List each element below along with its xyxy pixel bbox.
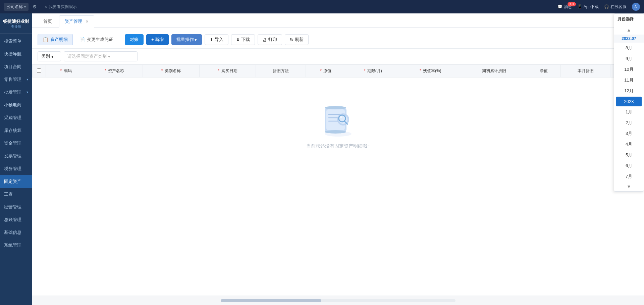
month-list: 2022.07 8月 9月 10月 11月 12月 2023 1月 2月 3月 … bbox=[614, 35, 644, 182]
notification-badge: 99+ bbox=[568, 2, 576, 6]
tab-bar: 首页 资产管理 ✕ bbox=[32, 13, 644, 28]
year-2023-badge[interactable]: 2023 bbox=[616, 97, 642, 106]
header-right: 💬 消息 99+ 📱 App下载 🎧 在线客服 Ai bbox=[557, 3, 640, 11]
download-button[interactable]: ⬇ 下载 bbox=[231, 34, 255, 45]
refresh-button[interactable]: ↻ 刷新 bbox=[285, 34, 309, 45]
print-label: 打印 bbox=[268, 37, 277, 43]
month-item-7[interactable]: 7月 bbox=[614, 171, 644, 182]
th-name: * 资产名称 bbox=[86, 65, 143, 78]
required-star: * bbox=[161, 68, 163, 73]
sidebar-item-general-ledger[interactable]: 总账管理 bbox=[0, 213, 32, 226]
tab-close-icon[interactable]: ✕ bbox=[86, 19, 89, 23]
company-selector[interactable]: 公司名称 ▾ bbox=[4, 3, 29, 11]
company-name: 公司名称 bbox=[7, 4, 23, 10]
empty-state: 当前您还没有固定资产明细哦~ bbox=[33, 78, 644, 169]
sidebar-item-basics[interactable]: 基础信息 bbox=[0, 226, 32, 239]
add-label: + 新增 bbox=[151, 37, 164, 43]
brand-title: 畅捷通好业财 bbox=[3, 19, 30, 24]
avatar[interactable]: Ai bbox=[632, 3, 640, 11]
sub-tab-change-voucher[interactable]: 📄 变更生成凭证 bbox=[74, 34, 118, 45]
month-picker-header: 月份选择 bbox=[614, 14, 644, 25]
sidebar-item-ecommerce[interactable]: 小畅电商 bbox=[0, 99, 32, 111]
sidebar-item-search[interactable]: 搜索菜单 bbox=[0, 35, 32, 48]
sidebar-item-system[interactable]: 系统管理 bbox=[0, 239, 32, 252]
change-voucher-icon: 📄 bbox=[79, 37, 85, 42]
sidebar-item-project[interactable]: 项目合同 bbox=[0, 60, 32, 73]
sidebar-item-management[interactable]: 经营管理 bbox=[0, 201, 32, 213]
app-download-label: App下载 bbox=[584, 4, 599, 10]
month-picker-panel[interactable]: 月份选择 ▲ 2022.07 8月 9月 10月 11月 12月 2023 1月… bbox=[614, 13, 644, 192]
chevron-right-icon: ▾ bbox=[26, 78, 28, 81]
month-picker-arrows: ▲ bbox=[614, 25, 644, 35]
month-picker-down-arrows: ▼ bbox=[614, 182, 644, 191]
add-button[interactable]: + 新增 bbox=[146, 34, 169, 45]
month-item-4[interactable]: 4月 bbox=[614, 139, 644, 150]
sub-tab-asset-detail[interactable]: 📋 资产明细 bbox=[38, 34, 73, 45]
select-all-checkbox[interactable] bbox=[37, 68, 41, 73]
sidebar-item-purchase[interactable]: 采购管理 bbox=[0, 111, 32, 124]
category-value-filter[interactable]: 请选择固定资产类别 ▾ bbox=[64, 51, 138, 61]
month-picker-down-arrow[interactable]: ▼ bbox=[624, 183, 634, 190]
month-picker-title: 月份选择 bbox=[618, 16, 634, 22]
month-item-12[interactable]: 12月 bbox=[614, 86, 644, 96]
sidebar-retail-label: 零售管理 bbox=[4, 77, 21, 83]
notification-button[interactable]: 💬 消息 99+ bbox=[557, 4, 572, 10]
empty-illustration bbox=[318, 98, 358, 138]
th-depreciation-method: 折旧方法 bbox=[256, 65, 306, 78]
sidebar-item-quicknav[interactable]: 快捷导航 bbox=[0, 48, 32, 60]
sidebar-item-fixed-assets[interactable]: 固定资产 bbox=[0, 175, 32, 188]
sidebar-tax-label: 税务管理 bbox=[4, 166, 21, 172]
sidebar-basics-label: 基础信息 bbox=[4, 230, 21, 236]
svg-point-11 bbox=[325, 106, 346, 109]
month-item-6[interactable]: 6月 bbox=[614, 160, 644, 171]
month-item-5[interactable]: 5月 bbox=[614, 150, 644, 160]
th-net-value: 净值 bbox=[527, 65, 561, 78]
import-button[interactable]: ⬆ 导入 bbox=[205, 34, 228, 45]
horizontal-scrollbar[interactable] bbox=[221, 299, 455, 302]
sidebar-fixed-assets-label: 固定资产 bbox=[4, 179, 21, 185]
th-original-value-label: 原值 bbox=[323, 68, 331, 73]
th-purchase-date: * 购买日期 bbox=[199, 65, 256, 78]
demo-link[interactable]: ○ 我要看实例演示 bbox=[45, 4, 77, 10]
tab-asset-management[interactable]: 资产管理 ✕ bbox=[59, 15, 94, 28]
th-period: * 期限(月) bbox=[346, 65, 400, 78]
sidebar-item-wholesale[interactable]: 批发管理 ▾ bbox=[0, 86, 32, 99]
settings-icon[interactable]: ⚙ bbox=[33, 4, 37, 9]
batch-button[interactable]: 批量操作 ▾ bbox=[171, 34, 202, 45]
sidebar-item-tax[interactable]: 税务管理 bbox=[0, 162, 32, 175]
sidebar-item-finance[interactable]: 资金管理 bbox=[0, 137, 32, 150]
refresh-icon: ↻ bbox=[290, 37, 293, 42]
month-item-1[interactable]: 1月 bbox=[614, 107, 644, 117]
month-item-2[interactable]: 2月 bbox=[614, 117, 644, 128]
month-item-11[interactable]: 11月 bbox=[614, 75, 644, 86]
month-item-10[interactable]: 10月 bbox=[614, 64, 644, 75]
reconcile-button[interactable]: 对账 bbox=[125, 34, 144, 45]
th-category-label: 类别名称 bbox=[165, 68, 181, 73]
month-item-3[interactable]: 3月 bbox=[614, 128, 644, 139]
sidebar-project-label: 项目合同 bbox=[4, 64, 21, 70]
online-support-button[interactable]: 🎧 在线客服 bbox=[604, 4, 627, 10]
sidebar-finance-label: 资金管理 bbox=[4, 140, 21, 146]
th-depreciation-method-label: 折旧方法 bbox=[273, 68, 289, 73]
filter-row: 类别 ▾ 请选择固定资产类别 ▾ bbox=[32, 49, 644, 64]
reconcile-label: 对账 bbox=[130, 37, 139, 43]
th-monthly-dep: 本月折旧 bbox=[560, 65, 610, 78]
sidebar: 畅捷通好业财 专业版 搜索菜单 快捷导航 项目合同 零售管理 ▾ 批发管理 ▾ … bbox=[0, 13, 32, 305]
month-item-8[interactable]: 8月 bbox=[614, 43, 644, 53]
filter-arrow-icon: ▾ bbox=[51, 54, 54, 59]
month-item-9[interactable]: 9月 bbox=[614, 53, 644, 64]
category-filter[interactable]: 类别 ▾ bbox=[38, 51, 61, 61]
table-wrapper: * 编码 * 资产名称 * 类别名称 bbox=[32, 64, 644, 296]
download-label: 下载 bbox=[241, 37, 250, 43]
sidebar-item-salary[interactable]: 工资 bbox=[0, 188, 32, 201]
sidebar-item-retail[interactable]: 零售管理 ▾ bbox=[0, 73, 32, 86]
scroll-thumb[interactable] bbox=[221, 299, 321, 302]
tab-home[interactable]: 首页 bbox=[38, 15, 58, 27]
sidebar-item-invoice[interactable]: 发票管理 bbox=[0, 150, 32, 162]
category-label: 类别 bbox=[41, 53, 50, 59]
month-picker-up-arrow[interactable]: ▲ bbox=[624, 27, 634, 33]
print-button[interactable]: 🖨 打印 bbox=[258, 34, 282, 45]
sidebar-item-inventory[interactable]: 库存核算 bbox=[0, 124, 32, 137]
required-star: * bbox=[60, 68, 62, 73]
app-download-button[interactable]: 📱 App下载 bbox=[577, 4, 599, 10]
